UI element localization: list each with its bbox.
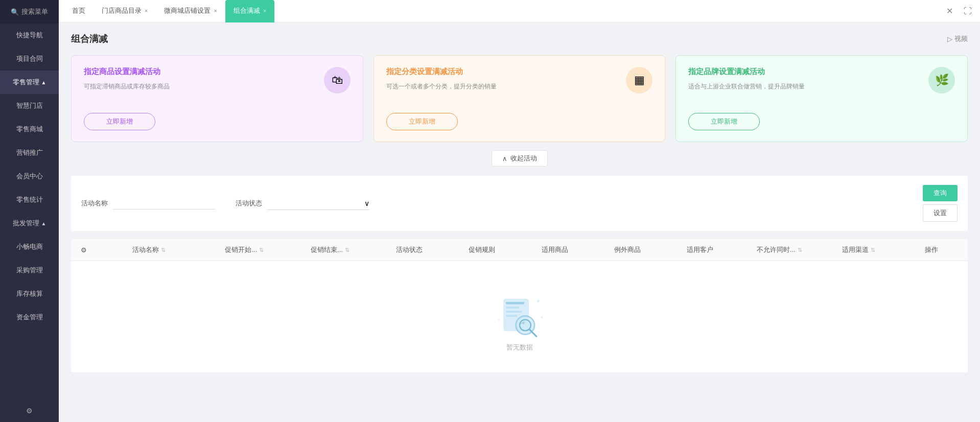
filter-actions: 查询 设置 bbox=[923, 185, 958, 222]
tab-store-catalog[interactable]: 门店商品目录× bbox=[94, 0, 156, 22]
th-label-start: 促销开始... bbox=[225, 245, 257, 254]
th-end[interactable]: 促销结束...⇅ bbox=[287, 245, 373, 254]
th-notallow[interactable]: 不允许同时...⇅ bbox=[737, 245, 823, 254]
empty-illustration bbox=[492, 292, 548, 343]
sidebar-item-retail-mall[interactable]: 零售商城 bbox=[0, 118, 59, 141]
sidebar: 🔍 搜索菜单 快捷导航项目合同零售管理▲智慧门店零售商城营销推广会员中心零售统计… bbox=[0, 0, 59, 422]
svg-point-10 bbox=[498, 319, 500, 321]
th-rule: 促销规则 bbox=[446, 245, 518, 254]
card-desc-category-card: 可选一个或者多个分类，提升分类的销量 bbox=[386, 82, 653, 105]
tab-label-home: 首页 bbox=[72, 6, 85, 15]
empty-text: 暂无数据 bbox=[506, 343, 533, 352]
sidebar-item-wholesale-mgmt[interactable]: 批发管理▲ bbox=[0, 212, 59, 235]
sidebar-item-inventory-check[interactable]: 库存核算 bbox=[0, 282, 59, 306]
tab-combo-discount[interactable]: 组合满减× bbox=[225, 0, 274, 22]
activity-cards: 🛍指定商品设置满减活动可指定滞销商品或库存较多商品立即新增▦指定分类设置满减活动… bbox=[71, 55, 968, 142]
filter-name-label: 活动名称 bbox=[81, 199, 108, 208]
card-icon-product-card: 🛍 bbox=[324, 67, 351, 93]
th-label-notallow: 不允许同时... bbox=[757, 245, 796, 254]
th-label-customer: 适用客户 bbox=[687, 245, 713, 254]
sidebar-item-xiaochang-ecom[interactable]: 小畅电商 bbox=[0, 235, 59, 259]
svg-point-11 bbox=[541, 316, 543, 319]
main-area: 首页门店商品目录×微商城店铺设置×组合满减× ✕ ⛶ 组合满减 ▷ 视频 🛍指定… bbox=[59, 0, 980, 422]
th-label-gear: ⚙ bbox=[81, 246, 87, 254]
query-button[interactable]: 查询 bbox=[923, 185, 958, 201]
sort-icon-notallow: ⇅ bbox=[798, 247, 802, 253]
th-label-name: 活动名称 bbox=[132, 245, 159, 254]
card-desc-product-card: 可指定滞销商品或库存较多商品 bbox=[84, 82, 351, 105]
page-title: 组合满减 bbox=[71, 33, 108, 45]
tab-close-store-catalog[interactable]: × bbox=[145, 8, 148, 14]
th-gear: ⚙ bbox=[71, 246, 97, 254]
sort-icon-channel: ⇅ bbox=[871, 247, 875, 253]
tab-wechat-store[interactable]: 微商城店铺设置× bbox=[156, 0, 225, 22]
sort-icon-name: ⇅ bbox=[161, 247, 166, 253]
th-action: 操作 bbox=[895, 245, 968, 254]
svg-rect-2 bbox=[505, 307, 519, 309]
tab-label-store-catalog: 门店商品目录 bbox=[102, 6, 142, 15]
tab-close-combo-discount[interactable]: × bbox=[263, 8, 266, 14]
th-name[interactable]: 活动名称⇅ bbox=[97, 245, 202, 254]
activity-card-category-card: ▦指定分类设置满减活动可选一个或者多个分类，提升分类的销量立即新增 bbox=[374, 55, 666, 142]
settings-icon: ⚙ bbox=[26, 407, 33, 415]
th-label-end: 促销结束... bbox=[311, 245, 343, 254]
sidebar-item-retail-stats[interactable]: 零售统计 bbox=[0, 188, 59, 212]
card-btn-brand-card[interactable]: 立即新增 bbox=[688, 113, 760, 130]
table-header: ⚙活动名称⇅促销开始...⇅促销结束...⇅活动状态促销规则适用商品例外商品适用… bbox=[71, 239, 968, 261]
sidebar-item-purchase-mgmt[interactable]: 采购管理 bbox=[0, 259, 59, 282]
collapse-label: 收起活动 bbox=[510, 154, 537, 163]
filter-status-label: 活动状态 bbox=[236, 199, 262, 208]
th-status: 活动状态 bbox=[373, 245, 446, 254]
page-header: 组合满减 ▷ 视频 bbox=[71, 33, 968, 45]
th-label-status: 活动状态 bbox=[396, 245, 423, 254]
expand-arrow-icon: ▲ bbox=[41, 80, 46, 85]
tab-actions: ✕ ⛶ bbox=[942, 4, 975, 18]
card-icon-brand-card: 🌿 bbox=[928, 67, 955, 93]
sidebar-settings[interactable]: ⚙ bbox=[0, 400, 59, 422]
sidebar-item-fund-mgmt[interactable]: 资金管理 bbox=[0, 306, 59, 329]
chevron-down-icon: ∨ bbox=[364, 199, 369, 207]
th-channel[interactable]: 适用渠道⇅ bbox=[822, 245, 895, 254]
search-icon: 🔍 bbox=[11, 8, 19, 16]
sidebar-item-retail-mgmt[interactable]: 零售管理▲ bbox=[0, 71, 59, 94]
svg-point-9 bbox=[536, 299, 539, 302]
close-window-button[interactable]: ✕ bbox=[942, 4, 956, 18]
svg-rect-3 bbox=[505, 311, 522, 313]
card-btn-category-card[interactable]: 立即新增 bbox=[386, 113, 458, 130]
video-link[interactable]: ▷ 视频 bbox=[947, 34, 968, 43]
th-customer: 适用客户 bbox=[664, 245, 736, 254]
th-except: 例外商品 bbox=[591, 245, 664, 254]
th-start[interactable]: 促销开始...⇅ bbox=[202, 245, 288, 254]
sidebar-item-smart-store[interactable]: 智慧门店 bbox=[0, 94, 59, 118]
tab-close-wechat-store[interactable]: × bbox=[214, 8, 217, 14]
sidebar-item-marketing[interactable]: 营销推广 bbox=[0, 141, 59, 165]
th-label-rule: 促销规则 bbox=[469, 245, 495, 254]
expand-arrow-icon: ▲ bbox=[41, 221, 46, 226]
collapse-bar: ∧ 收起活动 bbox=[71, 150, 968, 167]
sort-icon-start: ⇅ bbox=[259, 247, 264, 253]
activity-name-input[interactable] bbox=[113, 197, 215, 209]
sort-icon-end: ⇅ bbox=[345, 247, 349, 253]
chevron-up-icon: ∧ bbox=[502, 155, 507, 162]
th-label-action: 操作 bbox=[925, 245, 938, 254]
tab-label-combo-discount: 组合满减 bbox=[234, 6, 260, 15]
sidebar-item-project-contract[interactable]: 项目合同 bbox=[0, 47, 59, 71]
sidebar-item-member-center[interactable]: 会员中心 bbox=[0, 165, 59, 188]
filter-row: 活动名称 活动状态 ∨ 查询 设置 bbox=[81, 185, 958, 222]
maximize-window-button[interactable]: ⛶ bbox=[961, 4, 975, 18]
filter-status: 活动状态 ∨ bbox=[236, 197, 369, 210]
card-title-category-card: 指定分类设置满减活动 bbox=[386, 67, 653, 77]
card-btn-product-card[interactable]: 立即新增 bbox=[84, 113, 155, 130]
settings-button[interactable]: 设置 bbox=[923, 204, 958, 222]
card-icon-category-card: ▦ bbox=[626, 67, 652, 93]
sidebar-search[interactable]: 🔍 搜索菜单 bbox=[0, 0, 59, 24]
svg-rect-4 bbox=[505, 315, 517, 317]
sidebar-search-label: 搜索菜单 bbox=[21, 7, 48, 16]
tab-label-wechat-store: 微商城店铺设置 bbox=[164, 6, 211, 15]
sidebar-item-quick-nav[interactable]: 快捷导航 bbox=[0, 24, 59, 47]
tab-home[interactable]: 首页 bbox=[64, 0, 94, 22]
activity-status-select[interactable]: ∨ bbox=[267, 197, 369, 210]
activity-card-brand-card: 🌿指定品牌设置满减活动适合与上游企业联合做营销，提升品牌销量立即新增 bbox=[675, 55, 968, 142]
collapse-button[interactable]: ∧ 收起活动 bbox=[492, 150, 548, 167]
video-label: 视频 bbox=[954, 34, 968, 43]
